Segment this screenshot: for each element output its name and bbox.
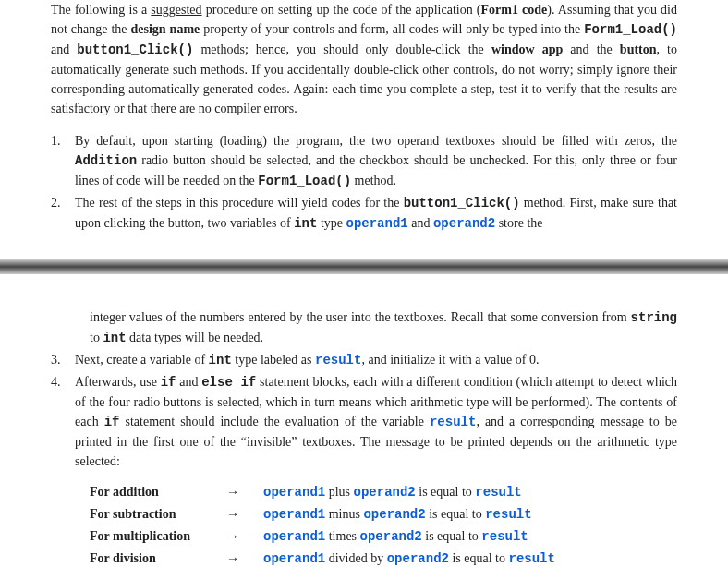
list-item-2: The rest of the steps in this procedure … <box>51 193 677 234</box>
document-page: The following is a suggested procedure o… <box>0 0 728 234</box>
design-name-label: design name <box>131 22 200 36</box>
button1-click-code: button1_Click() <box>404 196 520 211</box>
result-code: result <box>315 353 361 368</box>
table-row: For subtraction → operand1 minus operand… <box>90 504 677 525</box>
text: minus <box>325 507 363 521</box>
text: and <box>51 42 77 56</box>
if-code: if <box>161 375 176 390</box>
op-text: operand1 times operand2 is equal to resu… <box>263 526 677 547</box>
addition-code: Addition <box>75 153 137 168</box>
text: to <box>90 331 103 344</box>
string-code: string <box>631 310 677 325</box>
text: plus <box>325 485 353 499</box>
op-label: For multiplication <box>90 526 226 546</box>
operations-table: For addition → operand1 plus operand2 is… <box>90 482 677 567</box>
text: is equal to <box>426 507 486 521</box>
operand2-code: operand2 <box>363 507 425 522</box>
table-row: For division → operand1 divided by opera… <box>90 549 677 567</box>
op-text: operand1 plus operand2 is equal to resul… <box>263 482 677 502</box>
arrow-icon: → <box>226 526 263 546</box>
text: is equal to <box>449 551 509 565</box>
operand1-code: operand1 <box>263 529 325 544</box>
text: and <box>176 375 201 389</box>
suggested-word: suggested <box>151 3 201 17</box>
text: Next, create a variable of <box>75 353 209 367</box>
op-label: For subtraction <box>90 504 226 524</box>
operand1-code: operand1 <box>263 485 325 500</box>
table-row: For addition → operand1 plus operand2 is… <box>90 482 677 502</box>
op-text: operand1 minus operand2 is equal to resu… <box>263 504 677 525</box>
int-code: int <box>209 353 232 368</box>
operand2-code: operand2 <box>387 551 449 566</box>
operand1-code: operand1 <box>263 507 325 522</box>
procedure-list-bottom: Next, create a variable of int type labe… <box>51 350 677 471</box>
elseif-code: else if <box>201 375 256 390</box>
operand1-code: operand1 <box>263 551 325 566</box>
text: Afterwards, use <box>75 375 161 389</box>
button-label: button <box>620 42 657 56</box>
document-page-2: integer values of the numbers entered by… <box>0 308 728 567</box>
page-divider <box>0 259 728 274</box>
operand2-code: operand2 <box>433 216 495 231</box>
list-item-3: Next, create a variable of int type labe… <box>51 350 677 370</box>
operand2-code: operand2 <box>360 529 422 544</box>
result-code: result <box>430 415 476 429</box>
text: The rest of the steps in this procedure … <box>75 196 404 210</box>
text: type labeled as <box>232 353 315 367</box>
operand2-code: operand2 <box>354 485 416 500</box>
op-label: For division <box>90 549 226 567</box>
result-code: result <box>508 551 554 566</box>
button1-click-code: button1_Click() <box>77 42 193 57</box>
op-label: For addition <box>90 482 226 501</box>
text: divided by <box>325 551 387 565</box>
list-item-4: Afterwards, use if and else if statement… <box>51 372 677 471</box>
result-code: result <box>485 507 531 522</box>
text: method. <box>351 174 396 187</box>
operand1-code: operand1 <box>346 216 408 231</box>
text: is equal to <box>422 529 482 543</box>
form1-code-label: Form1 code <box>481 3 548 17</box>
table-row: For multiplication → operand1 times oper… <box>90 526 677 547</box>
text: By default, upon starting (loading) the … <box>75 134 677 148</box>
text: is equal to <box>416 485 476 499</box>
text: times <box>325 529 359 543</box>
result-code: result <box>481 529 528 544</box>
window-app-label: window app <box>491 42 563 56</box>
text: data types will be needed. <box>127 331 264 344</box>
int-code: int <box>294 216 317 231</box>
text: statement should include the evaluation … <box>119 415 430 428</box>
op-text: operand1 divided by operand2 is equal to… <box>263 549 677 567</box>
text: methods; hence, you should only double-c… <box>193 42 491 56</box>
text: integer values of the numbers entered by… <box>90 310 631 324</box>
intro-paragraph: The following is a suggested procedure o… <box>51 0 677 118</box>
text: The following is a <box>51 3 151 17</box>
list-item-2-continued: integer values of the numbers entered by… <box>51 308 677 348</box>
arrow-icon: → <box>226 504 263 524</box>
list-item-1: By default, upon starting (loading) the … <box>51 131 677 191</box>
text: procedure on setting up the code of the … <box>202 3 481 17</box>
arrow-icon: → <box>226 549 263 567</box>
text: and the <box>563 42 620 56</box>
if-code: if <box>104 415 120 429</box>
text: type <box>317 216 346 230</box>
text: property of your controls and form, all … <box>200 22 584 36</box>
arrow-icon: → <box>226 482 263 501</box>
text: store the <box>495 216 542 230</box>
form1-load-code: Form1_Load() <box>258 174 351 188</box>
text: and <box>408 216 433 230</box>
form1-load-code: Form1_Load() <box>584 22 677 37</box>
result-code: result <box>475 485 521 500</box>
procedure-list-top: By default, upon starting (loading) the … <box>51 131 677 234</box>
text: , and initialize it with a value of 0. <box>361 353 539 367</box>
int-code: int <box>103 331 126 345</box>
